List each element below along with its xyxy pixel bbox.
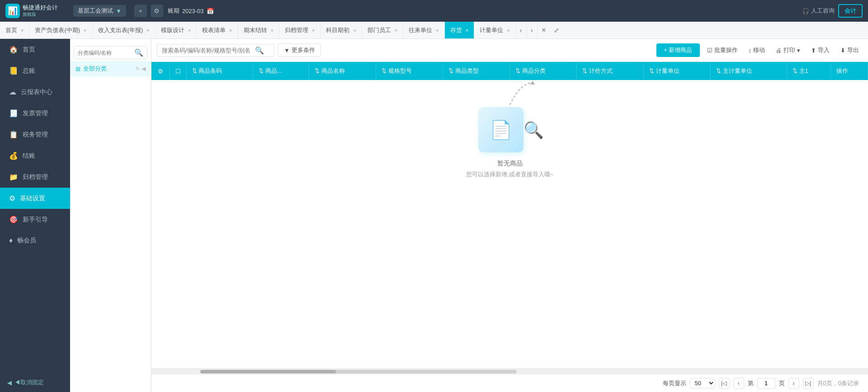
total-info: 共0页，0条记录	[817, 379, 859, 387]
account-button[interactable]: 会计	[838, 4, 863, 18]
sidebar-item-archive[interactable]: 📁 归档管理	[0, 166, 70, 188]
col-barcode[interactable]: ⇅ 商品条码	[186, 62, 253, 80]
sidebar-item-member[interactable]: ♦ 畅会员	[0, 230, 70, 251]
close-tab-period[interactable]: ×	[271, 28, 274, 33]
col-main-unit[interactable]: ⇅ 主计量单位	[710, 62, 787, 80]
sidebar-item-invoice[interactable]: 🧾 发票管理	[0, 103, 70, 124]
expand-button[interactable]: ⤢	[550, 22, 563, 39]
sidebar-item-home[interactable]: 🏠 首页	[0, 39, 70, 60]
col-settings[interactable]: ⚙	[151, 62, 170, 80]
close-tab-template[interactable]: ×	[188, 28, 191, 33]
col-name[interactable]: ⇅ 商品名称	[309, 62, 376, 80]
collapse-panel-icon[interactable]: ◀	[142, 66, 146, 72]
close-tab-dept[interactable]: ×	[395, 28, 397, 33]
sidebar-item-ledger[interactable]: 📒 总账	[0, 60, 70, 81]
col-main1[interactable]: ⇅ 主1	[787, 62, 830, 80]
category-search-box: 🔍	[74, 46, 147, 59]
unpin-icon: ◀	[7, 379, 12, 386]
company-selector[interactable]: 基层工会测试 ▼	[73, 5, 126, 17]
account-label: 会计	[844, 7, 856, 14]
search-icon[interactable]: 🔍	[255, 46, 264, 55]
col-type[interactable]: ⇅ 商品类型	[443, 62, 509, 80]
add-tab-button[interactable]: +	[134, 5, 147, 17]
sidebar-item-tax[interactable]: 📋 税务管理	[0, 124, 70, 145]
batch-operation-button[interactable]: ☑ 批量操作	[703, 44, 741, 57]
tab-counterparty[interactable]: 往来单位 ×	[403, 22, 444, 39]
col-code[interactable]: ⇅ 商品...	[253, 62, 309, 80]
edit-category-icon[interactable]: ✎	[135, 66, 140, 72]
tab-income-statement[interactable]: 收入支出表(年报) ×	[93, 22, 156, 39]
prev-page-button[interactable]: ‹	[733, 378, 744, 389]
import-button[interactable]: ⬆ 导入	[807, 44, 833, 57]
col-unit[interactable]: ⇅ 计量单位	[643, 62, 710, 80]
close-tab-archive[interactable]: ×	[312, 28, 315, 33]
tab-inventory[interactable]: 存货 ×	[445, 22, 474, 39]
page-input[interactable]	[757, 378, 775, 389]
tab-home[interactable]: 首页 ×	[0, 22, 29, 39]
sidebar-label-archive: 归档管理	[23, 173, 48, 181]
tab-balance-sheet[interactable]: 资产负债表(中期) ×	[29, 22, 92, 39]
close-tab-tax[interactable]: ×	[229, 28, 232, 33]
sort-icon: ⇅	[515, 67, 522, 74]
close-tab-unit[interactable]: ×	[507, 28, 509, 33]
close-tab-inventory[interactable]: ×	[466, 28, 468, 33]
category-all[interactable]: ⊞ 全部分类 ✎ ◀	[70, 61, 151, 76]
add-product-button[interactable]: + 新增商品	[656, 43, 699, 57]
calendar-icon[interactable]: 📅	[207, 8, 214, 14]
logo-icon: 📊	[5, 4, 20, 18]
close-tab-income[interactable]: ×	[146, 28, 149, 33]
col-spec[interactable]: ⇅ 规格型号	[376, 62, 443, 80]
search-input[interactable]	[162, 47, 252, 54]
empty-illustration: 📄 🔍	[469, 80, 551, 152]
settings-icon[interactable]: ⚙	[151, 5, 163, 17]
move-button[interactable]: ↕ 移动	[745, 44, 769, 57]
print-button[interactable]: 🖨 打印 ▾	[772, 44, 804, 57]
col-price-method[interactable]: ⇅ 计价方式	[576, 62, 643, 80]
col-category[interactable]: ⇅ 商品分类	[509, 62, 576, 80]
last-page-button[interactable]: ▷|	[803, 378, 814, 389]
scroll-thumb[interactable]	[200, 370, 336, 373]
close-tab-counterparty[interactable]: ×	[436, 28, 439, 33]
tab-unit[interactable]: 计量单位 ×	[474, 22, 515, 39]
service-label: 人工咨询	[811, 7, 835, 15]
tab-template[interactable]: 模版设计 ×	[156, 22, 197, 39]
product-table-container: ⚙ ☐ ⇅ 商品条码 ⇅ 商品... ⇅ 商品名称 ⇅ 规格型号 ⇅ 商品类型 …	[151, 62, 868, 368]
per-page-select[interactable]: 50 100 200	[690, 378, 715, 388]
tab-next-button[interactable]: ›	[527, 22, 538, 39]
tab-archive[interactable]: 归档管理 ×	[279, 22, 321, 39]
category-search-input[interactable]	[78, 50, 132, 56]
filter-button[interactable]: ▼ 更多条件	[278, 43, 321, 57]
next-page-button[interactable]: ›	[788, 378, 799, 389]
sidebar-label-settings: 基础设置	[20, 194, 45, 203]
sidebar-label-home: 首页	[23, 46, 35, 54]
import-label: 导入	[818, 46, 830, 54]
dropdown-arrow-icon: ▼	[116, 8, 122, 14]
sidebar-item-guide[interactable]: 🎯 新手引导	[0, 209, 70, 230]
col-checkbox[interactable]: ☐	[170, 62, 186, 80]
export-button[interactable]: ⬇ 导出	[837, 44, 863, 57]
settings-gear-icon: ⚙	[9, 194, 15, 203]
category-search-icon[interactable]: 🔍	[134, 48, 143, 57]
unpin-button[interactable]: ◀ ◀取消固定	[0, 373, 70, 392]
header-icons: + ⚙	[134, 5, 163, 17]
sidebar-label-member: 畅会员	[17, 236, 36, 245]
tab-tax[interactable]: 税表清单 ×	[197, 22, 238, 39]
close-tab-subject[interactable]: ×	[353, 28, 356, 33]
tab-dept[interactable]: 部门员工 ×	[362, 22, 403, 39]
tab-subject[interactable]: 科目期初 ×	[321, 22, 362, 39]
tab-prev-button[interactable]: ‹	[516, 22, 527, 39]
sidebar-item-reports[interactable]: ☁ 云报表中心	[0, 81, 70, 103]
product-table: ⚙ ☐ ⇅ 商品条码 ⇅ 商品... ⇅ 商品名称 ⇅ 规格型号 ⇅ 商品类型 …	[151, 62, 868, 80]
horizontal-scrollbar[interactable]	[151, 368, 868, 374]
tab-period-close[interactable]: 期末结转 ×	[238, 22, 279, 39]
scroll-track[interactable]	[200, 370, 517, 373]
sidebar-item-close[interactable]: 💰 结账	[0, 145, 70, 166]
sidebar-item-settings[interactable]: ⚙ 基础设置	[0, 188, 70, 209]
close-tab-home[interactable]: ×	[21, 28, 24, 33]
sort-icon: ⇅	[716, 67, 723, 74]
close-tab-balance[interactable]: ×	[84, 28, 86, 33]
ledger-icon: 📒	[9, 66, 18, 75]
service-button[interactable]: 🎧 人工咨询	[802, 7, 835, 15]
first-page-button[interactable]: |◁	[719, 378, 730, 389]
close-all-tabs-button[interactable]: ×	[538, 22, 550, 39]
